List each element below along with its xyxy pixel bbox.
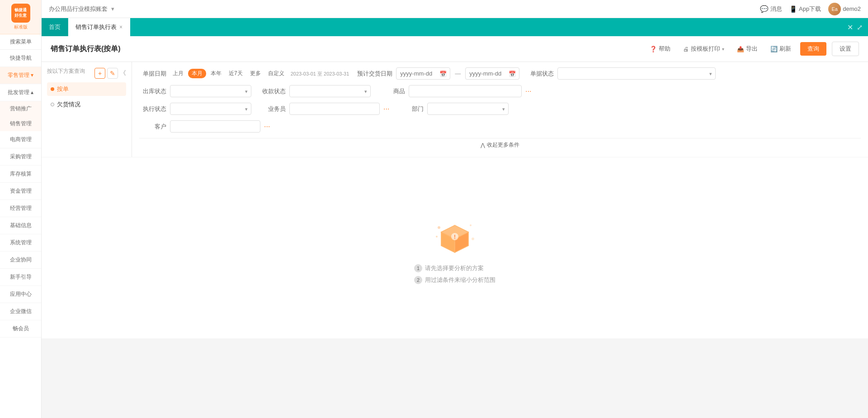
refresh-icon: 🔄 [770, 46, 778, 52]
sidebar-search[interactable]: 搜索菜单 [0, 34, 41, 50]
expected-date-start-wrapper: 📅 [396, 67, 450, 80]
date-range-text: 2023-03-01 至 2023-03-31 [291, 71, 349, 77]
dept-select[interactable] [427, 103, 509, 115]
expected-date-start-input[interactable] [396, 67, 450, 80]
sidebar-item-sales-mgmt[interactable]: 销售管理 [0, 116, 41, 131]
payment-label: 收款状态 [259, 87, 286, 95]
sidebar-item-ecommerce[interactable]: 电商管理 [0, 131, 41, 148]
sidebar-item-retail[interactable]: 零售管理 ▾ [0, 67, 41, 84]
outbound-label: 出库状态 [139, 87, 166, 95]
edit-scheme-button[interactable]: ✎ [107, 68, 118, 79]
goods-more-button[interactable]: ··· [525, 87, 531, 95]
member-label: 畅会员 [2, 325, 39, 332]
sidebar-item-quick-nav[interactable]: 快捷导航 [0, 50, 41, 67]
sidebar-item-basic-info[interactable]: 基础信息 [0, 217, 41, 234]
sidebar-item-corp-collab[interactable]: 企业协同 [0, 252, 41, 269]
salesperson-more-button[interactable]: ··· [383, 105, 389, 113]
app-download-button[interactable]: 📱 App下载 [789, 5, 821, 13]
add-scheme-button[interactable]: + [94, 68, 105, 79]
print-icon: 🖨 [683, 46, 689, 52]
filter-scheme-欠货情况[interactable]: 欠货情况 [47, 98, 126, 111]
collapse-left-button[interactable]: 《 [120, 68, 126, 79]
filter-row-2: 出库状态 已出库 部分出库 未出库 收款状态 [139, 85, 861, 97]
date-preset-this-month[interactable]: 本月 [188, 69, 206, 78]
filter-scheme-按单[interactable]: 按单 [47, 82, 126, 96]
sidebar-item-marketing[interactable]: 营销推广 [0, 101, 41, 116]
settings-button[interactable]: 设置 [832, 42, 859, 56]
salesperson-label: 业务员 [259, 105, 286, 113]
empty-state: ! 1 请先选择要分析的方案 2 用过滤条件来缩小分析范围 [414, 185, 495, 311]
close-window-icon[interactable]: ✕ [847, 23, 853, 32]
sidebar-item-app-center[interactable]: 应用中心 [0, 286, 41, 303]
tab-close-button[interactable]: × [119, 24, 123, 30]
outbound-select[interactable]: 已出库 部分出库 未出库 [170, 85, 251, 97]
filter-left-items: 按单 欠货情况 [47, 82, 126, 111]
refresh-button[interactable]: 🔄 刷新 [767, 43, 795, 55]
sidebar-item-corp-wechat[interactable]: 企业微信 [0, 303, 41, 320]
filter-row-3: 执行状态 执行中 已完成 业务员 [139, 103, 861, 115]
breadcrumb[interactable]: 办公用品行业模拟账套 ▾ [49, 5, 114, 13]
corp-wechat-label: 企业微信 [2, 308, 39, 315]
svg-text:!: ! [454, 234, 456, 240]
expected-date-label: 预计交货日期 [356, 70, 392, 78]
date-preset-more[interactable]: 更多 [247, 69, 264, 78]
export-label: 导出 [746, 45, 758, 53]
sidebar-item-inventory[interactable]: 库存核算 [0, 166, 41, 183]
user-menu[interactable]: Ea demo2 [828, 3, 861, 15]
breadcrumb-arrow: ▾ [111, 5, 114, 12]
svg-point-7 [470, 224, 472, 226]
app-download-icon: 📱 [789, 5, 797, 13]
outbound-select-wrapper: 已出库 部分出库 未出库 [170, 85, 251, 97]
system-label: 系统管理 [2, 239, 39, 247]
tab-active[interactable]: 销售订单执行表 × [68, 18, 130, 36]
date-preset-this-year[interactable]: 本年 [208, 69, 224, 78]
sidebar-item-new-guide[interactable]: 新手引导 [0, 269, 41, 286]
tip-text-1: 请先选择要分析的方案 [425, 264, 484, 272]
message-button[interactable]: 💬 消息 [760, 5, 782, 13]
sidebar-item-purchase[interactable]: 采购管理 [0, 148, 41, 166]
query-button[interactable]: 查询 [800, 42, 826, 56]
help-icon: ❓ [650, 46, 657, 52]
empty-tip-2: 2 用过滤条件来缩小分析范围 [414, 276, 495, 284]
payment-select[interactable]: 已收款 部分收款 未收款 [289, 85, 371, 97]
filter-dept-field: 部门 [396, 103, 509, 115]
header-right: 💬 消息 📱 App下载 Ea demo2 [760, 3, 861, 15]
status-select[interactable]: 待审核 已审核 已完成 [557, 67, 716, 80]
payment-select-wrapper: 已收款 部分收款 未收款 [289, 85, 371, 97]
date-preset-custom[interactable]: 自定义 [265, 69, 287, 78]
svg-point-9 [472, 238, 474, 240]
sidebar-item-operations[interactable]: 经营管理 [0, 200, 41, 217]
wholesale-label: 批发管理 ▴ [2, 89, 39, 96]
expected-date-end-input[interactable] [465, 67, 519, 80]
user-name: demo2 [843, 5, 861, 12]
filter-left: 按以下方案查询 + ✎ 《 按单 [42, 62, 132, 157]
quick-nav-label: 快捷导航 [2, 54, 39, 62]
customer-more-button[interactable]: ··· [264, 123, 270, 131]
maximize-window-icon[interactable]: ⤢ [857, 23, 863, 32]
tab-home[interactable]: 首页 [42, 18, 68, 36]
tab-expand-button[interactable]: ✕ ⤢ [842, 18, 868, 36]
filter-status-field: 单据状态 待审核 已审核 已完成 [527, 67, 716, 80]
salesperson-input[interactable] [289, 103, 380, 115]
help-button[interactable]: ❓ 帮助 [646, 43, 674, 55]
date-preset-last-month[interactable]: 上月 [170, 69, 186, 78]
sidebar-item-system[interactable]: 系统管理 [0, 234, 41, 252]
date-preset-7days[interactable]: 近7天 [226, 69, 245, 78]
sidebar-item-wholesale[interactable]: 批发管理 ▴ [0, 84, 41, 101]
exec-select-wrapper: 执行中 已完成 [170, 103, 251, 115]
purchase-label: 采购管理 [2, 153, 39, 161]
filter-area: 按以下方案查询 + ✎ 《 按单 [42, 62, 868, 157]
exec-select[interactable]: 执行中 已完成 [170, 103, 251, 115]
corp-collab-label: 企业协同 [2, 256, 39, 264]
print-label: 按模板打印 [691, 45, 720, 53]
collapse-conditions-button[interactable]: ⋀ 收起更多条件 [139, 138, 861, 152]
sidebar-item-member[interactable]: 畅会员 [0, 320, 41, 337]
goods-input[interactable] [409, 85, 522, 97]
tip-num-1: 1 [414, 264, 422, 272]
print-button[interactable]: 🖨 按模板打印 ▾ [679, 43, 728, 55]
sidebar-item-finance[interactable]: 资金管理 [0, 183, 41, 200]
export-button[interactable]: 📤 导出 [733, 43, 761, 55]
filter-right: 单据日期 上月 本月 本年 近7天 更多 自定义 2023-03-01 至 20… [132, 62, 868, 157]
page-header: 销售订单执行表(按单) ❓ 帮助 🖨 按模板打印 ▾ 📤 导出 🔄 刷新 [42, 36, 868, 62]
customer-input[interactable] [170, 120, 260, 133]
